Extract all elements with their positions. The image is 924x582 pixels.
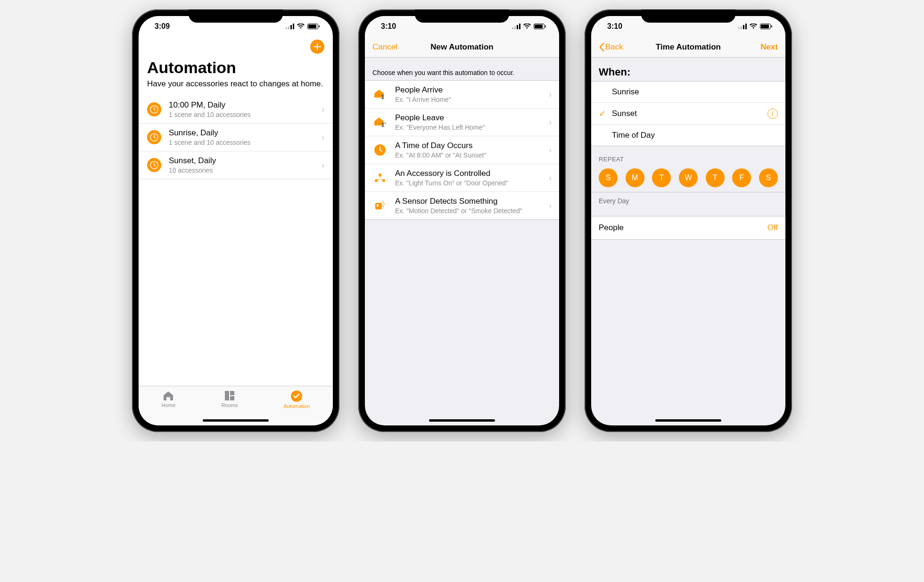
chevron-right-icon: › — [322, 133, 324, 142]
automation-detail: 1 scene and 10 accessories — [169, 111, 322, 118]
trigger-people-arrive[interactable]: People Arrive Ex. "I Arrive Home" › — [365, 81, 559, 108]
svg-rect-2 — [290, 25, 292, 29]
trigger-title: A Sensor Detects Something — [395, 197, 549, 206]
svg-rect-11 — [230, 391, 234, 395]
page-title: Automation — [147, 58, 324, 77]
chevron-right-icon: › — [549, 173, 552, 183]
automation-detail: 10 accessories — [169, 166, 322, 174]
rooms-icon — [224, 390, 235, 401]
svg-point-25 — [375, 179, 378, 182]
svg-rect-16 — [517, 25, 518, 29]
battery-icon — [307, 24, 320, 29]
day-toggle[interactable]: T — [706, 168, 725, 187]
day-toggle[interactable]: S — [759, 168, 778, 187]
clock-icon — [147, 130, 161, 144]
cellular-icon — [286, 24, 294, 29]
status-time: 3:09 — [155, 22, 170, 31]
trigger-accessory-controlled[interactable]: An Accessory is Controlled Ex. "Light Tu… — [365, 164, 559, 192]
when-header: When: — [591, 58, 785, 81]
status-time: 3:10 — [381, 22, 396, 31]
automation-icon — [290, 390, 303, 402]
sensor-icon — [372, 198, 388, 213]
tab-rooms[interactable]: Rooms — [221, 390, 238, 408]
automation-title: Sunrise, Daily — [169, 128, 322, 138]
day-toggle[interactable]: S — [599, 168, 618, 187]
svg-rect-5 — [308, 25, 316, 28]
day-toggle[interactable]: W — [679, 168, 698, 187]
trigger-people-leave[interactable]: People Leave Ex. "Everyone Has Left Home… — [365, 108, 559, 136]
repeat-summary: Every Day — [591, 192, 785, 209]
chevron-right-icon: › — [549, 145, 552, 155]
home-indicator[interactable] — [429, 419, 495, 422]
info-icon[interactable]: i — [767, 108, 778, 119]
nav-bar: Back Time Automation Next — [591, 37, 785, 58]
day-toggle[interactable]: T — [652, 168, 671, 187]
home-indicator[interactable] — [655, 419, 721, 422]
tab-label: Home — [162, 402, 175, 408]
accessory-network-icon — [372, 170, 388, 185]
cancel-button[interactable]: Cancel — [372, 42, 405, 52]
cellular-icon — [512, 24, 520, 29]
svg-rect-19 — [535, 25, 543, 28]
automation-row[interactable]: 10:00 PM, Daily 1 scene and 10 accessori… — [139, 96, 333, 124]
status-icons — [512, 24, 546, 29]
svg-rect-6 — [319, 25, 320, 27]
notch — [641, 9, 735, 23]
trigger-detail: Ex. "Everyone Has Left Home" — [395, 124, 549, 131]
trigger-detail: Ex. "I Arrive Home" — [395, 96, 549, 103]
svg-rect-20 — [545, 25, 546, 27]
trigger-list: People Arrive Ex. "I Arrive Home" › Peop… — [365, 80, 559, 220]
home-indicator[interactable] — [203, 419, 269, 422]
svg-point-26 — [382, 179, 385, 182]
trigger-title: An Accessory is Controlled — [395, 169, 549, 178]
back-button[interactable]: Back — [599, 42, 632, 52]
day-toggle[interactable]: M — [626, 168, 644, 187]
automation-row[interactable]: Sunrise, Daily 1 scene and 10 accessorie… — [139, 124, 333, 151]
when-option-sunset[interactable]: ✓ Sunset i — [591, 103, 785, 125]
battery-icon — [534, 24, 546, 29]
people-cell[interactable]: People Off — [591, 216, 785, 240]
nav-title: New Automation — [430, 42, 493, 52]
tab-label: Rooms — [221, 402, 238, 408]
automation-row[interactable]: Sunset, Daily 10 accessories › — [139, 151, 333, 179]
svg-rect-12 — [230, 396, 234, 400]
people-label: People — [599, 223, 624, 233]
option-label: Sunrise — [612, 87, 778, 97]
day-toggle[interactable]: F — [732, 168, 751, 187]
trigger-detail: Ex. "Motion Detected" or "Smoke Detected… — [395, 207, 549, 215]
svg-rect-31 — [743, 25, 744, 29]
automation-list: 10:00 PM, Daily 1 scene and 10 accessori… — [139, 96, 333, 179]
svg-rect-1 — [288, 26, 289, 29]
trigger-sensor-detects[interactable]: A Sensor Detects Something Ex. "Motion D… — [365, 192, 559, 219]
when-option-time-of-day[interactable]: Time of Day — [591, 125, 785, 146]
option-label: Time of Day — [612, 131, 778, 140]
svg-rect-28 — [377, 204, 379, 207]
battery-icon — [760, 24, 772, 29]
cellular-icon — [738, 24, 747, 29]
chevron-right-icon: › — [322, 105, 324, 115]
trigger-time-of-day[interactable]: A Time of Day Occurs Ex. "At 8:00 AM" or… — [365, 136, 559, 164]
chevron-right-icon: › — [549, 90, 552, 100]
notch — [415, 9, 509, 23]
when-option-sunrise[interactable]: Sunrise — [591, 82, 785, 103]
phone-automation-list: 3:09 Automation Have your accessories re… — [132, 9, 339, 432]
trigger-title: People Leave — [395, 113, 549, 123]
tab-label: Automation — [284, 403, 310, 409]
repeat-header: REPEAT — [591, 146, 785, 166]
svg-rect-29 — [738, 27, 740, 29]
phone-time-automation: 3:10 Back Time Automation Next When: Sun… — [585, 9, 792, 432]
tab-automation[interactable]: Automation — [284, 390, 310, 409]
wifi-icon — [523, 24, 531, 29]
people-value: Off — [767, 223, 778, 233]
wifi-icon — [750, 24, 757, 29]
status-icons — [286, 24, 320, 29]
svg-point-24 — [379, 174, 381, 176]
svg-rect-32 — [745, 24, 747, 29]
trigger-detail: Ex. "Light Turns On" or "Door Opened" — [395, 179, 549, 187]
tab-home[interactable]: Home — [162, 390, 175, 408]
repeat-days-row: S M T W T F S — [591, 166, 785, 192]
next-button[interactable]: Next — [745, 42, 778, 52]
status-icons — [738, 24, 772, 29]
nav-title: Time Automation — [656, 42, 721, 52]
add-automation-button[interactable] — [310, 40, 324, 54]
